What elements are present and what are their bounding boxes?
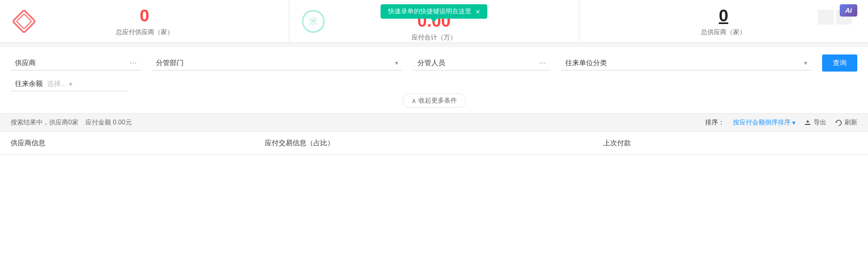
collapse-button[interactable]: ∧ 收起更多条件 — [403, 93, 466, 108]
manager-label: 分管人员 — [417, 58, 445, 68]
diamond-icon — [11, 8, 37, 35]
supplier-label: 供应商 — [15, 58, 36, 68]
search-row-1: 供应商 ··· 分管部门 ▾ 分管人员 ··· 往来单位分类 ▾ 查询 — [11, 54, 857, 72]
department-label: 分管部门 — [156, 58, 184, 68]
stat-payable-total: 米 快速录单的快捷键说明在这里 × 0.00 应付合计（万） — [289, 0, 579, 42]
tooltip-close-icon[interactable]: × — [476, 8, 480, 15]
stat-total-suppliers: 0 总供应商（家） Ai — [579, 0, 868, 42]
unit-category-arrow-icon[interactable]: ▾ — [804, 59, 807, 67]
results-summary: 搜索结果中，供应商0家 应付金额 0.00元 — [11, 118, 132, 127]
total-suppliers-number: 0 — [719, 5, 728, 26]
total-suppliers-label: 总供应商（家） — [701, 28, 746, 37]
results-right: 排序： 按应付会额倒序排序 ▾ 导出 刷新 — [705, 118, 857, 127]
col-transaction-header: 应付交易信息（占比） — [265, 138, 603, 148]
results-amount: 应付金额 0.00元 — [85, 119, 132, 126]
manager-input[interactable] — [449, 59, 539, 67]
svg-rect-0 — [13, 10, 35, 33]
search-row-2: 往来余额 选择... ▾ — [11, 77, 857, 91]
unit-category-label: 往来单位分类 — [565, 58, 607, 68]
table-body — [0, 155, 868, 275]
svg-text:米: 米 — [309, 16, 318, 27]
balance-placeholder: 选择... — [47, 79, 67, 89]
balance-label: 往来余额 — [15, 79, 43, 89]
balance-select[interactable]: 选择... ▾ — [47, 79, 124, 89]
refresh-label: 刷新 — [845, 118, 857, 127]
supplier-dots-icon[interactable]: ··· — [130, 58, 137, 68]
coin-icon: 米 — [300, 8, 327, 35]
sort-arrow-icon: ▾ — [792, 119, 795, 127]
tooltip-text: 快速录单的快捷键说明在这里 — [388, 7, 471, 16]
supplier-field: 供应商 ··· — [11, 56, 141, 70]
payable-suppliers-label: 总应付供应商（家） — [116, 28, 173, 37]
manager-field: 分管人员 ··· — [413, 56, 550, 70]
sort-label: 排序： — [705, 118, 724, 127]
export-icon — [804, 119, 811, 127]
department-arrow-icon[interactable]: ▾ — [395, 59, 398, 67]
results-text: 搜索结果中，供应商0家 — [11, 119, 78, 126]
collapse-icon: ∧ — [412, 97, 416, 105]
svg-rect-6 — [808, 120, 808, 123]
results-bar: 搜索结果中，供应商0家 应付金额 0.00元 排序： 按应付会额倒序排序 ▾ 导… — [0, 114, 868, 132]
svg-rect-4 — [805, 124, 810, 125]
supplier-input[interactable] — [40, 59, 130, 67]
ai-badge[interactable]: Ai — [840, 4, 857, 17]
collapse-row: ∧ 收起更多条件 — [11, 93, 857, 108]
sort-select[interactable]: 按应付会额倒序排序 ▾ — [733, 118, 795, 127]
collapse-label: 收起更多条件 — [419, 96, 457, 105]
tooltip-popup: 快速录单的快捷键说明在这里 × — [381, 4, 487, 19]
balance-arrow-icon: ▾ — [69, 80, 73, 88]
unit-category-field: 往来单位分类 ▾ — [561, 56, 811, 70]
payable-total-label: 应付合计（万） — [412, 33, 456, 42]
table-header: 供应商信息 应付交易信息（占比） 上次付款 — [0, 132, 868, 155]
export-label: 导出 — [814, 118, 826, 127]
balance-field: 往来余额 选择... ▾ — [11, 77, 128, 91]
department-input[interactable] — [188, 59, 394, 67]
sort-value: 按应付会额倒序排序 — [733, 118, 791, 127]
payable-suppliers-number: 0 — [140, 5, 149, 26]
department-field: 分管部门 ▾ — [152, 56, 402, 70]
col-lastpay-header: 上次付款 — [603, 138, 857, 148]
search-panel: 供应商 ··· 分管部门 ▾ 分管人员 ··· 往来单位分类 ▾ 查询 往来余额 — [0, 47, 868, 114]
refresh-icon — [835, 119, 842, 127]
manager-dots-icon[interactable]: ··· — [539, 58, 546, 68]
unit-category-input[interactable] — [611, 59, 804, 67]
stat-payable-suppliers: 0 总应付供应商（家） — [0, 0, 289, 42]
export-button[interactable]: 导出 — [804, 118, 826, 127]
refresh-button[interactable]: 刷新 — [835, 118, 857, 127]
stats-bar: 0 总应付供应商（家） 米 快速录单的快捷键说明在这里 × 0.00 应付合计（… — [0, 0, 868, 43]
query-button[interactable]: 查询 — [822, 54, 857, 72]
col-supplier-header: 供应商信息 — [11, 138, 265, 148]
